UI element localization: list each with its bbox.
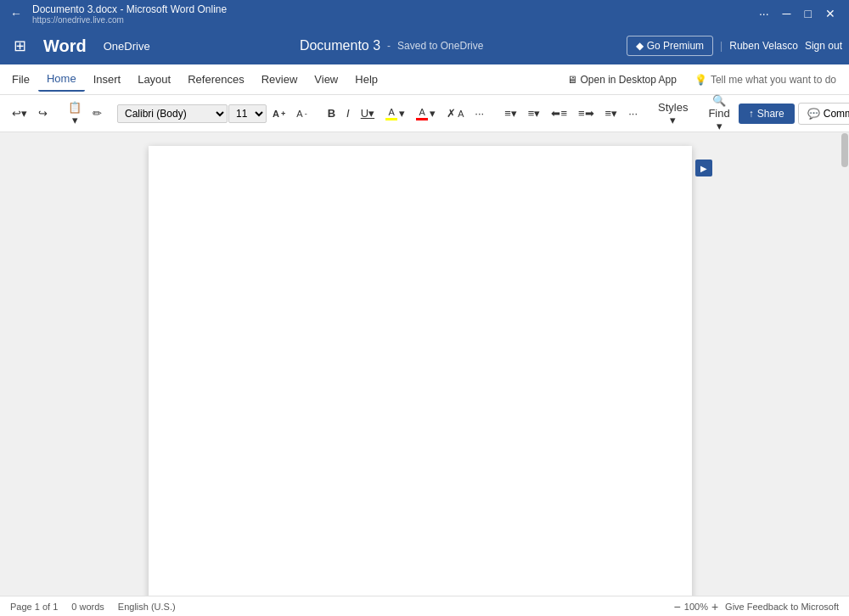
- undo-button[interactable]: ↩▾: [7, 104, 32, 123]
- font-color-button[interactable]: A ▾: [411, 104, 441, 124]
- three-dots-button[interactable]: ···: [752, 3, 776, 24]
- comments-button[interactable]: 💬 Comments: [798, 103, 849, 125]
- highlight-button[interactable]: A ▾: [380, 104, 410, 124]
- paste-button[interactable]: 📋▾: [63, 98, 87, 130]
- desktop-icon: 🖥: [567, 74, 577, 86]
- more-para-button[interactable]: ···: [623, 104, 643, 123]
- app-bar: ⊞ Word OneDrive Documento 3 - Saved to O…: [0, 27, 849, 64]
- clear-format-button[interactable]: ✗A: [441, 104, 469, 123]
- minimize-button[interactable]: ─: [776, 3, 798, 24]
- more-format-button[interactable]: ···: [469, 104, 489, 123]
- font-size-selector[interactable]: 11 10 12 14: [228, 104, 267, 123]
- document-scroll[interactable]: ▶: [0, 132, 841, 596]
- zoom-minus-button[interactable]: −: [674, 600, 681, 613]
- back-button[interactable]: ←: [7, 3, 25, 24]
- page-info: Page 1 of 1: [10, 602, 58, 612]
- align-button[interactable]: ≡▾: [600, 104, 623, 123]
- redo-button[interactable]: ↪: [33, 104, 53, 123]
- user-name[interactable]: Ruben Velasco: [729, 40, 798, 52]
- find-button[interactable]: 🔍 Find ▾: [703, 91, 734, 136]
- window-title: Documento 3.docx - Microsoft Word Online: [32, 3, 227, 15]
- language: English (U.S.): [118, 602, 176, 612]
- document-page[interactable]: ▶: [149, 146, 692, 596]
- menu-review[interactable]: Review: [253, 68, 306, 91]
- increase-indent-button[interactable]: ≡➡: [573, 104, 599, 123]
- decrease-indent-button[interactable]: ⬅≡: [546, 104, 572, 123]
- sign-out-button[interactable]: Sign out: [805, 40, 842, 52]
- menu-references[interactable]: References: [179, 68, 252, 91]
- document-name: Documento 3: [300, 38, 380, 53]
- menu-file[interactable]: File: [3, 68, 38, 91]
- numbered-button[interactable]: ≡▾: [523, 104, 546, 123]
- zoom-level: 100%: [684, 602, 708, 612]
- share-icon: ↑: [749, 108, 754, 120]
- status-bar: Page 1 of 1 0 words English (U.S.) − 100…: [0, 596, 849, 616]
- lightbulb-icon: 💡: [694, 74, 707, 86]
- onedrive-link[interactable]: OneDrive: [97, 40, 157, 53]
- format-painter-button[interactable]: ✏: [87, 104, 107, 123]
- scrollbar-thumb[interactable]: [841, 133, 848, 167]
- menu-layout[interactable]: Layout: [129, 68, 179, 91]
- menu-home[interactable]: Home: [38, 67, 85, 92]
- close-button[interactable]: ✕: [818, 3, 842, 24]
- underline-button[interactable]: U▾: [356, 104, 380, 123]
- word-count: 0 words: [71, 602, 104, 612]
- save-status: Saved to OneDrive: [397, 40, 483, 52]
- window-url: https://onedrive.live.com: [32, 15, 227, 25]
- vertical-scrollbar[interactable]: [841, 132, 849, 596]
- go-premium-button[interactable]: ◆ Go Premium: [627, 36, 713, 56]
- font-family-selector[interactable]: Calibri (Body) Arial Times New Roman: [117, 104, 228, 123]
- menu-help[interactable]: Help: [346, 68, 386, 91]
- open-desktop-button[interactable]: 🖥 Open in Desktop App: [559, 69, 685, 91]
- styles-button[interactable]: Styles ▾: [653, 98, 693, 130]
- bullets-button[interactable]: ≡▾: [499, 104, 522, 123]
- toolbar: ↩▾ ↪ 📋▾ ✏ Calibri (Body) Arial Times New…: [0, 95, 849, 132]
- tell-me-input[interactable]: 💡 Tell me what you want to do: [685, 70, 846, 90]
- decrease-font-button[interactable]: A-: [291, 105, 312, 122]
- sidebar-toggle-icon[interactable]: ▶: [695, 160, 712, 176]
- bold-button[interactable]: B: [323, 104, 340, 123]
- diamond-icon: ◆: [636, 40, 644, 52]
- feedback-label[interactable]: Give Feedback to Microsoft: [725, 602, 839, 612]
- menu-insert[interactable]: Insert: [85, 68, 130, 91]
- maximize-button[interactable]: □: [798, 3, 818, 24]
- content-area: ▶: [0, 132, 849, 596]
- menu-view[interactable]: View: [306, 68, 346, 91]
- waffle-icon[interactable]: ⊞: [7, 30, 33, 62]
- italic-button[interactable]: I: [341, 104, 355, 123]
- share-button[interactable]: ↑ Share: [739, 104, 795, 124]
- increase-font-button[interactable]: A+: [267, 105, 290, 122]
- comments-icon: 💬: [807, 108, 820, 120]
- word-logo[interactable]: Word: [33, 36, 97, 56]
- zoom-plus-button[interactable]: +: [711, 600, 718, 613]
- title-bar: ← Documento 3.docx - Microsoft Word Onli…: [0, 0, 849, 27]
